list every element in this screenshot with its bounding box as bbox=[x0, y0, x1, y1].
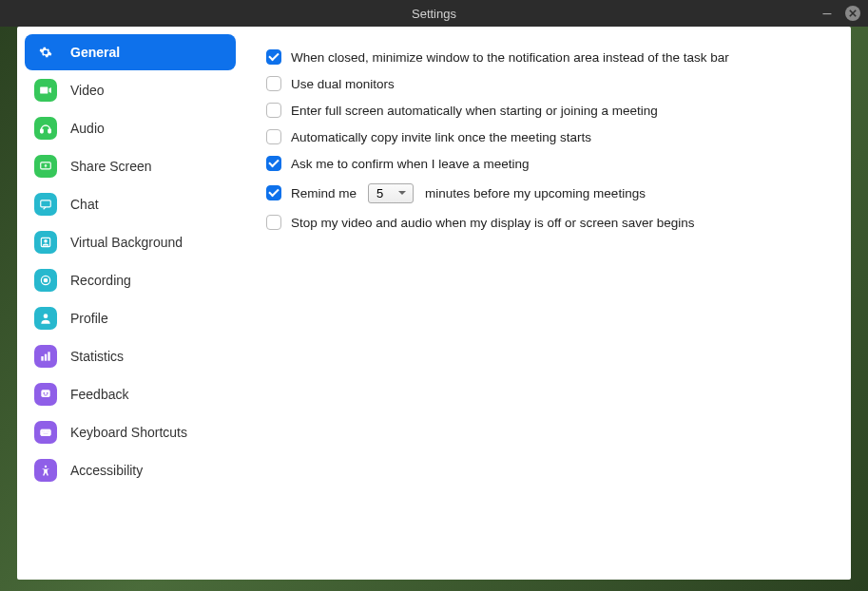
gear-icon bbox=[34, 41, 57, 64]
option-label-pre: Remind me bbox=[291, 186, 357, 200]
sidebar-item-label: Profile bbox=[70, 311, 108, 326]
keyboard-icon bbox=[34, 421, 57, 444]
option-label: When closed, minimize window to the noti… bbox=[291, 50, 729, 65]
sidebar-item-general[interactable]: General bbox=[25, 34, 236, 70]
svg-rect-20 bbox=[48, 430, 49, 431]
checkbox-minimize-to-tray[interactable] bbox=[266, 49, 281, 65]
option-label: Automatically copy invite link once the … bbox=[291, 130, 591, 144]
settings-window: Settings – General Video bbox=[0, 0, 868, 591]
sidebar-item-chat[interactable]: Chat bbox=[25, 186, 236, 222]
virtual-background-icon bbox=[34, 231, 57, 254]
svg-rect-17 bbox=[44, 430, 45, 431]
recording-icon bbox=[34, 269, 57, 292]
option-label: Use dual monitors bbox=[291, 77, 395, 91]
svg-rect-16 bbox=[42, 430, 43, 431]
sidebar-item-label: Audio bbox=[70, 121, 105, 136]
checkbox-confirm-leave[interactable] bbox=[266, 156, 281, 171]
checkbox-auto-copy-link[interactable] bbox=[266, 129, 281, 144]
sidebar-item-audio[interactable]: Audio bbox=[25, 110, 236, 146]
svg-rect-11 bbox=[48, 352, 49, 360]
sidebar-item-profile[interactable]: Profile bbox=[25, 300, 236, 336]
option-label: Stop my video and audio when my display … bbox=[291, 216, 694, 230]
sidebar-item-label: Video bbox=[70, 83, 105, 98]
sidebar-item-label: General bbox=[70, 45, 120, 60]
checkbox-dual-monitors[interactable] bbox=[266, 76, 281, 91]
sidebar-item-video[interactable]: Video bbox=[25, 72, 236, 108]
remind-minutes-select[interactable]: 5 bbox=[368, 183, 414, 203]
minimize-button[interactable]: – bbox=[820, 7, 834, 20]
option-remind-me: Remind me 5 minutes before my upcoming m… bbox=[266, 177, 828, 209]
svg-rect-10 bbox=[45, 354, 47, 361]
checkbox-full-screen-auto[interactable] bbox=[266, 103, 281, 118]
audio-icon bbox=[34, 117, 57, 140]
share-icon bbox=[34, 155, 57, 178]
svg-rect-18 bbox=[45, 430, 46, 431]
option-full-screen-auto: Enter full screen automatically when sta… bbox=[266, 97, 828, 124]
checkbox-remind-me[interactable] bbox=[266, 185, 281, 200]
svg-point-14 bbox=[47, 392, 48, 394]
sidebar-item-label: Accessibility bbox=[70, 463, 143, 478]
profile-icon bbox=[34, 307, 57, 330]
option-minimize-to-tray: When closed, minimize window to the noti… bbox=[266, 44, 828, 70]
svg-rect-21 bbox=[43, 433, 48, 434]
sidebar-item-keyboard-shortcuts[interactable]: Keyboard Shortcuts bbox=[25, 414, 236, 450]
sidebar-item-label: Virtual Background bbox=[70, 235, 183, 250]
option-confirm-leave: Ask me to confirm when I leave a meeting bbox=[266, 150, 828, 177]
titlebar: Settings – bbox=[0, 0, 868, 27]
sidebar-item-label: Recording bbox=[70, 273, 131, 288]
sidebar-item-label: Statistics bbox=[70, 349, 124, 364]
statistics-icon bbox=[34, 345, 57, 368]
sidebar-item-label: Share Screen bbox=[70, 159, 152, 174]
svg-rect-19 bbox=[47, 430, 48, 431]
sidebar-item-feedback[interactable]: Feedback bbox=[25, 376, 236, 412]
svg-point-7 bbox=[44, 278, 48, 282]
option-dual-monitors: Use dual monitors bbox=[266, 70, 828, 97]
titlebar-controls: – bbox=[820, 6, 860, 21]
feedback-icon bbox=[34, 383, 57, 406]
close-button[interactable] bbox=[845, 6, 860, 21]
svg-point-5 bbox=[45, 240, 47, 242]
checkbox-stop-on-screensaver[interactable] bbox=[266, 215, 281, 230]
sidebar-item-virtual-background[interactable]: Virtual Background bbox=[25, 224, 236, 260]
svg-rect-0 bbox=[41, 129, 43, 133]
accessibility-icon bbox=[34, 459, 57, 482]
option-label: Enter full screen automatically when sta… bbox=[291, 104, 658, 118]
option-label-post: minutes before my upcoming meetings bbox=[425, 186, 646, 200]
svg-rect-12 bbox=[41, 390, 49, 397]
sidebar-item-recording[interactable]: Recording bbox=[25, 262, 236, 298]
sidebar: General Video Audio Share Screen bbox=[17, 27, 243, 580]
option-stop-on-screensaver: Stop my video and audio when my display … bbox=[266, 209, 828, 236]
sidebar-item-accessibility[interactable]: Accessibility bbox=[25, 452, 236, 488]
content-area: General Video Audio Share Screen bbox=[17, 27, 851, 580]
sidebar-item-label: Chat bbox=[70, 197, 99, 212]
sidebar-item-label: Keyboard Shortcuts bbox=[70, 425, 187, 440]
close-icon bbox=[849, 10, 857, 17]
svg-rect-9 bbox=[41, 356, 43, 361]
svg-rect-3 bbox=[41, 200, 51, 207]
option-auto-copy-link: Automatically copy invite link once the … bbox=[266, 124, 828, 150]
option-label: Ask me to confirm when I leave a meeting bbox=[291, 157, 530, 171]
svg-rect-1 bbox=[48, 129, 50, 133]
svg-point-13 bbox=[43, 392, 45, 394]
svg-point-22 bbox=[45, 466, 47, 467]
svg-point-8 bbox=[44, 314, 48, 318]
sidebar-item-label: Feedback bbox=[70, 387, 128, 402]
video-icon bbox=[34, 79, 57, 102]
main-panel: When closed, minimize window to the noti… bbox=[243, 27, 851, 580]
chat-icon bbox=[34, 193, 57, 216]
window-title: Settings bbox=[412, 7, 456, 21]
sidebar-item-statistics[interactable]: Statistics bbox=[25, 338, 236, 374]
sidebar-item-share-screen[interactable]: Share Screen bbox=[25, 148, 236, 184]
